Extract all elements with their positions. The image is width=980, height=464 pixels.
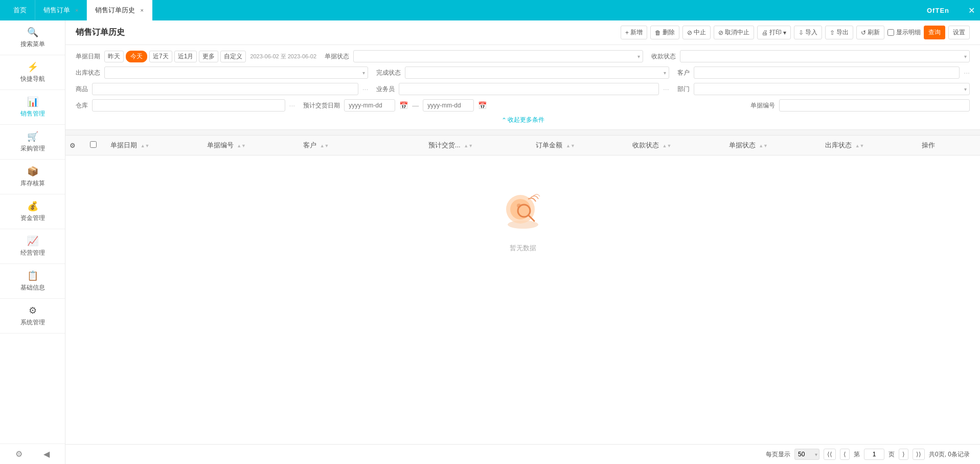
- payment-status-select[interactable]: [680, 50, 970, 62]
- warehouse-dots[interactable]: ···: [289, 101, 295, 109]
- sidebar-item-quick-nav[interactable]: ⚡ 快捷导航: [0, 55, 65, 90]
- last-page-btn[interactable]: ⟩⟩: [913, 449, 925, 460]
- tab-sales-order-history[interactable]: 销售订单历史×: [87, 0, 152, 20]
- sidebar-settings-btn[interactable]: ⚙: [15, 449, 22, 459]
- bill-status-select[interactable]: [353, 50, 643, 62]
- import-button[interactable]: ⇩ 导入: [794, 26, 822, 39]
- col-delivery[interactable]: 预计交货... ▲▼: [424, 136, 532, 156]
- window-close-btn[interactable]: ✕: [968, 6, 975, 15]
- date-today[interactable]: 今天: [126, 51, 147, 62]
- col-number[interactable]: 单据编号 ▲▼: [203, 136, 300, 156]
- cancel-stop-icon: ⊘: [718, 29, 723, 36]
- query-button[interactable]: 查询: [924, 26, 945, 39]
- dept-select[interactable]: [694, 83, 970, 95]
- sidebar-item-finance[interactable]: 💰 资金管理: [0, 194, 65, 229]
- sidebar-collapse-btn[interactable]: ◀: [43, 449, 50, 459]
- refresh-button[interactable]: ↺ 刷新: [856, 26, 884, 39]
- empty-state: 暂无数据: [65, 156, 980, 283]
- sidebar-item-sales-mgmt[interactable]: 📊 销售管理: [0, 90, 65, 125]
- customer-dots[interactable]: ···: [964, 69, 970, 77]
- select-all-checkbox[interactable]: [90, 141, 97, 148]
- col-amount[interactable]: 订单金额 ▲▼: [532, 136, 628, 156]
- out-status-filter: 出库状态: [76, 67, 368, 79]
- sidebar-label-operations: 经营管理: [20, 249, 45, 257]
- sidebar-item-inventory[interactable]: 📦 库存核算: [0, 160, 65, 194]
- out-status-select[interactable]: [104, 67, 368, 79]
- goods-dots[interactable]: ···: [362, 85, 369, 93]
- per-page-select[interactable]: 50 10 20 100: [794, 449, 819, 460]
- sidebar-item-search-menu[interactable]: 🔍 搜索菜单: [0, 20, 65, 55]
- calendar-from-icon[interactable]: 📅: [399, 101, 408, 109]
- cancel-stop-button[interactable]: ⊘ 取消中止: [714, 26, 754, 39]
- export-button[interactable]: ⇧ 导出: [825, 26, 853, 39]
- display-toggle[interactable]: 显示明细: [887, 28, 921, 37]
- date-more[interactable]: 更多: [199, 51, 218, 62]
- tab-sales-order[interactable]: 销售订单×: [35, 0, 87, 20]
- next-page-btn[interactable]: ⟩: [899, 449, 908, 460]
- delete-button[interactable]: 🗑 删除: [650, 26, 679, 39]
- prev-page-btn[interactable]: ⟨: [840, 449, 850, 460]
- filter-row-4: 仓库 ··· 预计交货日期 📅 — 📅 单据编号: [76, 99, 970, 112]
- date-custom[interactable]: 自定义: [220, 51, 246, 62]
- sidebar-item-basic-info[interactable]: 📋 基础信息: [0, 264, 65, 299]
- settings-button[interactable]: 设置: [948, 26, 970, 39]
- dept-filter: 部门: [677, 83, 970, 95]
- col-out-status[interactable]: 出库状态 ▲▼: [821, 136, 918, 156]
- page-input[interactable]: [864, 449, 884, 460]
- tab-close-sales-order-history[interactable]: ×: [140, 7, 143, 13]
- sidebar-item-operations[interactable]: 📈 经营管理: [0, 229, 65, 264]
- stop-button[interactable]: ⊘ 中止: [682, 26, 711, 39]
- calendar-to-icon[interactable]: 📅: [478, 101, 487, 109]
- bill-number-input[interactable]: [779, 99, 970, 112]
- col-bill-status[interactable]: 单据状态 ▲▼: [725, 136, 822, 156]
- warehouse-input[interactable]: [92, 99, 285, 112]
- first-page-btn[interactable]: ⟨⟨: [824, 449, 836, 460]
- col-payment-status[interactable]: 收款状态 ▲▼: [628, 136, 725, 156]
- print-button[interactable]: 🖨 打印 ▾: [757, 26, 791, 39]
- out-status-label: 出库状态: [76, 69, 100, 77]
- table-settings-col[interactable]: ⚙: [65, 136, 86, 156]
- sidebar-label-basic-info: 基础信息: [20, 283, 45, 292]
- add-button[interactable]: + 新增: [621, 26, 647, 39]
- sort-bill-icon: ▲▼: [759, 144, 768, 148]
- search-menu-icon: 🔍: [27, 27, 38, 38]
- svg-point-5: [517, 204, 521, 208]
- purchase-mgmt-icon: 🛒: [27, 131, 38, 142]
- date-yesterday[interactable]: 昨天: [104, 51, 124, 62]
- delivery-date-filter: 预计交货日期 📅 — 📅: [303, 99, 742, 112]
- page-suffix: 页: [888, 450, 895, 459]
- tab-home[interactable]: 首页: [5, 0, 35, 20]
- collapse-btn[interactable]: ⌃ 收起更多条件: [502, 116, 544, 124]
- date-7days[interactable]: 近7天: [149, 51, 172, 62]
- display-toggle-label: 显示明细: [896, 28, 921, 37]
- import-icon: ⇩: [799, 29, 804, 36]
- sort-number-icon: ▲▼: [237, 144, 246, 148]
- warehouse-filter: 仓库 ···: [76, 99, 295, 112]
- customer-label: 客户: [677, 69, 690, 77]
- sales-mgmt-icon: 📊: [27, 96, 38, 107]
- tab-label: 首页: [13, 6, 27, 15]
- page-label: 第: [854, 450, 860, 459]
- tab-close-sales-order[interactable]: ×: [75, 7, 78, 13]
- goods-input[interactable]: [92, 83, 358, 95]
- date-1month[interactable]: 近1月: [174, 51, 197, 62]
- salesperson-filter: 业务员 ···: [376, 83, 669, 95]
- salesperson-input[interactable]: [399, 83, 659, 95]
- sort-out-icon: ▲▼: [855, 144, 864, 148]
- sidebar-item-system[interactable]: ⚙ 系统管理: [0, 299, 65, 334]
- sidebar-label-finance: 资金管理: [20, 214, 45, 223]
- sort-payment-icon: ▲▼: [663, 144, 672, 148]
- bill-status-label: 单据状态: [325, 52, 349, 61]
- customer-filter: 客户 ···: [677, 67, 970, 79]
- display-toggle-checkbox[interactable]: [887, 29, 894, 36]
- complete-status-select[interactable]: [405, 67, 669, 79]
- col-date[interactable]: 单据日期 ▲▼: [106, 136, 203, 156]
- sidebar-item-purchase-mgmt[interactable]: 🛒 采购管理: [0, 125, 65, 160]
- salesperson-dots[interactable]: ···: [663, 85, 669, 93]
- delivery-date-from[interactable]: [344, 99, 395, 112]
- col-customer[interactable]: 客户 ▲▼: [299, 136, 424, 156]
- sidebar-label-purchase-mgmt: 采购管理: [20, 144, 45, 153]
- customer-input[interactable]: [694, 67, 960, 79]
- operations-icon: 📈: [27, 235, 38, 247]
- delivery-date-to[interactable]: [423, 99, 474, 112]
